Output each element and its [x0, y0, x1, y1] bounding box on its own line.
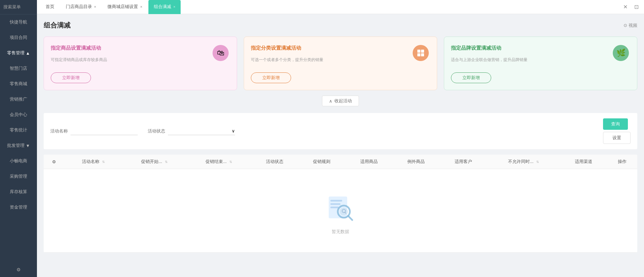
brand-card-icon: 🌿: [613, 45, 629, 61]
col-applicable-goods: 适用商品: [346, 155, 393, 169]
sidebar-item-xiaochange[interactable]: 小畅电商: [0, 153, 37, 169]
category-card-add-btn[interactable]: 立即新增: [251, 72, 291, 83]
filter-row: 活动名称 活动状态 ∨ 查询 设置: [44, 113, 637, 149]
sidebar: 搜索菜单 快捷导航 项目合同 零售管理 ▲ 智慧门店 零售商城 营销推广 会员中…: [0, 0, 37, 277]
close-tab-wechat-store-settings[interactable]: ×: [140, 5, 142, 9]
svg-rect-6: [330, 203, 340, 205]
maximize-btn[interactable]: ⊡: [632, 3, 641, 11]
col-exception-goods: 例外商品: [393, 155, 440, 169]
close-tab-combo-discount[interactable]: ×: [173, 5, 175, 9]
query-button[interactable]: 查询: [603, 118, 628, 130]
category-card-icon: [413, 45, 429, 61]
settings-button[interactable]: 设置: [603, 132, 631, 144]
video-link[interactable]: ⊙ 视频: [624, 22, 637, 29]
tab-combo-discount[interactable]: 组合满减 ×: [148, 0, 181, 14]
sidebar-item-wholesale-mgmt[interactable]: 批发管理 ▼: [0, 138, 37, 153]
activity-status-label: 活动状态: [148, 128, 165, 134]
sort-icon: ⇅: [536, 160, 539, 164]
activity-status-select[interactable]: ∨: [168, 127, 235, 135]
main-area: 首页 门店商品目录 × 微商城店铺设置 × 组合满减 × ✕ ⊡ 组合满减 ⊙ …: [37, 0, 644, 277]
activity-status-filter: 活动状态 ∨: [148, 127, 235, 135]
collapse-bar: ∧ 收起活动: [44, 96, 637, 106]
svg-point-9: [340, 208, 348, 216]
tab-wechat-store-settings[interactable]: 微商城店铺设置 ×: [102, 0, 147, 14]
filter-buttons: 查询 设置: [603, 118, 631, 144]
chevron-up-icon: ▲: [26, 51, 30, 56]
page-title: 组合满减: [44, 21, 71, 30]
sidebar-item-purchase-mgmt[interactable]: 采购管理: [0, 169, 37, 184]
empty-state-image: [324, 193, 357, 223]
content-area: 组合满减 ⊙ 视频 🛍 指定商品设置满减活动 可指定滞销商品或库存较多商品 立即…: [37, 14, 644, 277]
tab-home[interactable]: 首页: [40, 0, 60, 14]
col-activity-name[interactable]: 活动名称 ⇅: [64, 155, 122, 169]
empty-text: 暂无数据: [54, 229, 627, 235]
tab-product-catalog[interactable]: 门店商品目录 ×: [60, 0, 101, 14]
sort-icon: ⇅: [229, 160, 232, 164]
data-table: ⚙ 活动名称 ⇅ 促销开始... ⇅ 促销结束... ⇅: [44, 155, 637, 253]
svg-rect-0: [417, 50, 420, 53]
tab-bar: 首页 门店商品目录 × 微商城店铺设置 × 组合满减 × ✕ ⊡: [37, 0, 644, 14]
table-header: ⚙ 活动名称 ⇅ 促销开始... ⇅ 促销结束... ⇅: [44, 155, 637, 169]
table-header-row: ⚙ 活动名称 ⇅ 促销开始... ⇅ 促销结束... ⇅: [44, 155, 637, 169]
sidebar-item-member-center[interactable]: 会员中心: [0, 107, 37, 122]
sidebar-item-marketing[interactable]: 营销推广: [0, 92, 37, 107]
product-card-icon: 🛍: [213, 45, 229, 61]
sidebar-settings-btn[interactable]: ⚙: [0, 262, 37, 277]
page-header: 组合满减 ⊙ 视频: [44, 21, 637, 30]
col-activity-status: 活动状态: [251, 155, 298, 169]
activity-name-input[interactable]: [71, 127, 138, 135]
sidebar-item-retail-stats[interactable]: 零售统计: [0, 122, 37, 138]
sidebar-item-inventory[interactable]: 库存核算: [0, 184, 37, 200]
sidebar-item-retail-mall[interactable]: 零售商城: [0, 76, 37, 92]
category-card-title: 指定分类设置满减活动: [251, 45, 430, 51]
sort-icon: ⇅: [102, 160, 105, 164]
svg-rect-5: [330, 200, 342, 202]
sidebar-item-finance[interactable]: 资金管理: [0, 200, 37, 215]
category-promo-card: 指定分类设置满减活动 可选一个或者多个分类，提升分类的销量 立即新增: [244, 37, 437, 90]
sort-icon: ⇅: [165, 160, 168, 164]
sidebar-item-quick-nav[interactable]: 快捷导航: [0, 14, 37, 30]
close-tab-product-catalog[interactable]: ×: [94, 5, 96, 9]
tab-actions: ✕ ⊡: [621, 3, 641, 11]
chevron-down-icon: ∨: [232, 128, 235, 133]
empty-state: 暂无数据: [47, 173, 634, 248]
play-circle-icon: ⊙: [624, 23, 627, 28]
col-promo-rule: 促销规则: [298, 155, 345, 169]
product-card-desc: 可指定滞销商品或库存较多商品: [51, 57, 230, 63]
svg-rect-1: [421, 50, 424, 53]
empty-state-cell: 暂无数据: [44, 169, 637, 253]
collapse-activity-btn[interactable]: ∧ 收起活动: [322, 96, 359, 106]
sidebar-item-project-contract[interactable]: 项目合同: [0, 30, 37, 45]
product-promo-card: 🛍 指定商品设置满减活动 可指定滞销商品或库存较多商品 立即新增: [44, 37, 237, 90]
col-promo-start[interactable]: 促销开始... ⇅: [122, 155, 186, 169]
col-operation: 操作: [607, 155, 637, 169]
table-body: 暂无数据: [44, 169, 637, 253]
col-applicable-customer: 适用客户: [440, 155, 487, 169]
col-settings[interactable]: ⚙: [44, 155, 64, 169]
brand-card-desc: 适合与上游企业联合做营销，提升品牌销量: [451, 57, 630, 63]
activity-name-filter: 活动名称: [50, 127, 138, 135]
data-table-wrapper: ⚙ 活动名称 ⇅ 促销开始... ⇅ 促销结束... ⇅: [44, 155, 637, 253]
svg-rect-3: [421, 53, 424, 56]
svg-rect-7: [330, 207, 339, 208]
sidebar-search[interactable]: 搜索菜单: [0, 0, 37, 14]
svg-line-10: [348, 216, 352, 220]
promo-card-row: 🛍 指定商品设置满减活动 可指定滞销商品或库存较多商品 立即新增 指定分类设置满…: [44, 37, 637, 90]
gear-icon: ⚙: [52, 159, 56, 164]
svg-rect-2: [417, 53, 420, 56]
sidebar-item-smart-store[interactable]: 智慧门店: [0, 61, 37, 76]
chevron-up-icon: ∧: [329, 99, 332, 104]
activity-name-label: 活动名称: [50, 128, 68, 134]
brand-card-add-btn[interactable]: 立即新增: [451, 72, 491, 83]
col-applicable-channel: 适用渠道: [560, 155, 607, 169]
gear-icon: ⚙: [16, 267, 21, 272]
brand-card-title: 指定品牌设置满减活动: [451, 45, 630, 51]
col-promo-end[interactable]: 促销结束... ⇅: [187, 155, 251, 169]
empty-state-row: 暂无数据: [44, 169, 637, 253]
close-window-btn[interactable]: ✕: [621, 3, 630, 11]
brand-promo-card: 🌿 指定品牌设置满减活动 适合与上游企业联合做营销，提升品牌销量 立即新增: [444, 37, 637, 90]
col-not-allow-concurrent[interactable]: 不允许同时... ⇅: [487, 155, 560, 169]
product-card-add-btn[interactable]: 立即新增: [51, 72, 91, 83]
sidebar-item-retail-mgmt[interactable]: 零售管理 ▲: [0, 45, 37, 61]
chevron-down-icon: ▼: [26, 143, 30, 148]
